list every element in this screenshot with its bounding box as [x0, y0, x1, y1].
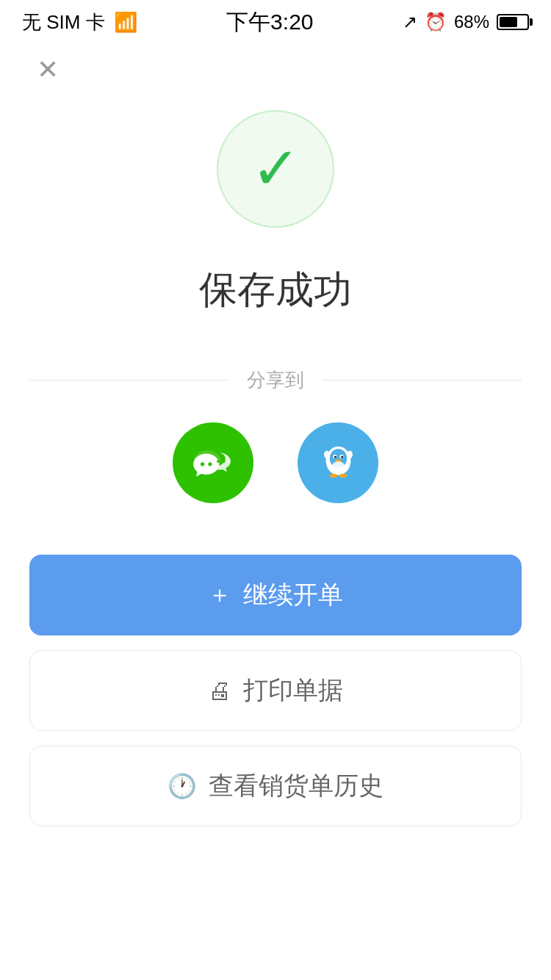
svg-point-2 [208, 462, 212, 466]
battery-percent: 68% [454, 12, 489, 32]
svg-point-4 [222, 459, 225, 462]
share-buttons [29, 422, 522, 503]
battery-icon [497, 14, 529, 30]
wechat-share-button[interactable] [173, 422, 253, 503]
action-buttons: ＋ 继续开单 🖨 打印单据 🕐 查看销货单历史 [29, 555, 522, 826]
carrier-label: 无 SIM 卡 [22, 10, 105, 35]
status-left: 无 SIM 卡 📶 [22, 10, 137, 35]
share-label: 分享到 [229, 367, 322, 393]
svg-point-9 [334, 455, 336, 458]
svg-point-16 [347, 450, 353, 458]
svg-point-14 [339, 473, 346, 477]
status-right: ↗ ⏰ 68% [403, 12, 529, 32]
print-button[interactable]: 🖨 打印单据 [29, 650, 522, 731]
history-label: 查看销货单历史 [209, 769, 383, 803]
svg-point-13 [329, 473, 336, 477]
svg-point-12 [331, 461, 345, 472]
battery-fill [500, 17, 517, 27]
qq-share-button[interactable] [298, 422, 378, 503]
share-divider: 分享到 [29, 367, 522, 393]
wechat-icon [190, 439, 237, 487]
history-icon: 🕐 [168, 772, 197, 800]
history-button[interactable]: 🕐 查看销货单历史 [29, 746, 522, 826]
print-label: 打印单据 [243, 674, 343, 707]
continue-label: 继续开单 [243, 578, 343, 612]
qq-icon [314, 439, 362, 487]
main-content: ✓ 保存成功 分享到 [0, 66, 551, 856]
close-button[interactable]: ✕ [29, 51, 66, 88]
print-icon: 🖨 [208, 677, 231, 705]
plus-icon: ＋ [208, 579, 231, 611]
svg-point-3 [217, 459, 220, 462]
continue-button[interactable]: ＋ 继续开单 [29, 555, 522, 635]
location-icon: ↗ [403, 12, 417, 32]
svg-point-15 [324, 450, 330, 458]
battery-container [497, 14, 529, 30]
status-bar: 无 SIM 卡 📶 下午3:20 ↗ ⏰ 68% [0, 0, 551, 44]
alarm-icon: ⏰ [425, 12, 447, 32]
status-time: 下午3:20 [226, 7, 313, 37]
checkmark-icon: ✓ [251, 140, 300, 198]
share-section: 分享到 [29, 367, 522, 503]
close-icon: ✕ [37, 57, 59, 83]
success-title: 保存成功 [199, 264, 352, 316]
wifi-icon: 📶 [114, 11, 137, 34]
svg-point-10 [341, 455, 343, 458]
success-circle: ✓ [217, 110, 334, 228]
svg-point-1 [200, 462, 204, 466]
